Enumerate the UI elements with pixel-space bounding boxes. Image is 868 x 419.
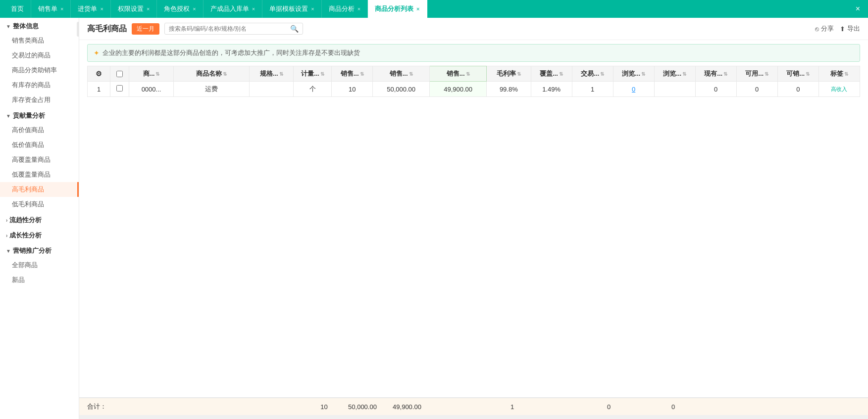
nav-tab-sales[interactable]: 销售单 ×	[31, 0, 71, 18]
footer-sales-qty: 10	[308, 403, 340, 411]
cell-checkbox[interactable]	[110, 82, 129, 97]
nav-tab-purchase[interactable]: 进货单 ×	[71, 0, 110, 18]
sort-name-icon: ⇅	[223, 71, 227, 77]
sidebar: « ▼ 整体信息 销售类商品 交易过的商品 商品分类助销率 有库存的商品 库存资…	[0, 18, 79, 419]
col-header-checkbox[interactable]	[110, 66, 129, 82]
sidebar-group-trend[interactable]: › 流趋性分析	[0, 212, 79, 227]
col-header-spec[interactable]: 规格... ⇅	[250, 66, 294, 82]
close-purchase-tab[interactable]: ×	[100, 6, 103, 12]
col-header-sales-qty[interactable]: 销售... ⇅	[332, 66, 373, 82]
col-header-sell[interactable]: 可销... ⇅	[777, 66, 818, 82]
sort-trans-icon: ⇅	[600, 71, 604, 77]
table-header-row: ⚙ 商... ⇅ 商品名称	[88, 66, 860, 82]
header-actions: ⎋ 分享 ⬆ 导出	[815, 24, 860, 33]
col-header-name[interactable]: 商品名称 ⇅	[173, 66, 249, 82]
close-product-in-tab[interactable]: ×	[252, 6, 255, 12]
search-input[interactable]	[169, 25, 288, 32]
sort-sales-amt-icon: ⇅	[409, 71, 413, 77]
info-icon: ✦	[94, 49, 100, 57]
arrow-trend-icon: ›	[6, 218, 7, 223]
sidebar-item-stock-capital[interactable]: 库存资金占用	[0, 93, 79, 107]
sidebar-group-marketing[interactable]: ▼ 营销推广分析	[0, 242, 79, 258]
cell-browse2	[654, 82, 695, 97]
close-analysis-tab[interactable]: ×	[357, 6, 360, 12]
sidebar-item-new-goods[interactable]: 新品	[0, 273, 79, 287]
col-header-settings[interactable]: ⚙	[88, 66, 110, 82]
sidebar-group-growth[interactable]: › 成长性分析	[0, 227, 79, 242]
close-permission-tab[interactable]: ×	[147, 6, 150, 12]
col-header-browse1[interactable]: 浏览... ⇅	[613, 66, 654, 82]
cell-gross-rate: 99.8%	[487, 82, 531, 97]
col-header-stock1[interactable]: 现有... ⇅	[695, 66, 736, 82]
search-box: 🔍	[164, 23, 303, 35]
sidebar-item-low-value[interactable]: 低价值商品	[0, 138, 79, 152]
nav-tab-home[interactable]: 首页	[4, 0, 31, 18]
col-header-cover[interactable]: 覆盖... ⇅	[531, 66, 572, 82]
col-header-trans[interactable]: 交易... ⇅	[572, 66, 613, 82]
nav-tab-permission[interactable]: 权限设置 ×	[111, 0, 157, 18]
col-header-code[interactable]: 商... ⇅	[129, 66, 173, 82]
col-header-sales-profit[interactable]: 销售... ⇅	[430, 66, 487, 82]
nav-tab-role[interactable]: 角色授权 ×	[157, 0, 203, 18]
footer-empty3	[150, 403, 184, 411]
content-area: 高毛利商品 近一月 🔍 ⎋ 分享 ⬆ 导出 ✦ 企业的主要的利润都是这部分商品创…	[79, 18, 868, 419]
col-header-stock2[interactable]: 可用... ⇅	[736, 66, 777, 82]
cell-sell: 0	[777, 82, 818, 97]
col-header-sales-amt[interactable]: 销售... ⇅	[373, 66, 430, 82]
cell-browse1[interactable]: 0	[613, 82, 654, 97]
col-header-gross-rate[interactable]: 毛利率 ⇅	[487, 66, 531, 82]
footer-empty1	[117, 403, 135, 411]
sort-gross-rate-icon: ⇅	[517, 71, 521, 77]
close-template-tab[interactable]: ×	[311, 6, 314, 12]
sidebar-group-contribution[interactable]: ▼ 贡献量分析	[0, 107, 79, 123]
arrow-growth-icon: ›	[6, 233, 7, 238]
footer-empty11	[625, 403, 657, 411]
footer-label: 合计：	[87, 402, 117, 411]
filter-recent-month-button[interactable]: 近一月	[132, 23, 159, 35]
close-sales-tab[interactable]: ×	[60, 6, 63, 12]
cell-num: 1	[88, 82, 110, 97]
sidebar-item-all-goods[interactable]: 全部商品	[0, 258, 79, 273]
col-header-unit[interactable]: 计量... ⇅	[294, 66, 332, 82]
sidebar-item-high-margin[interactable]: 高毛利商品	[0, 182, 79, 197]
close-role-tab[interactable]: ×	[193, 6, 196, 12]
nav-tab-product-in[interactable]: 产成品入库单 ×	[204, 0, 262, 18]
cell-sales-qty: 10	[332, 82, 373, 97]
footer-empty7	[429, 403, 464, 411]
footer-empty4	[184, 403, 244, 411]
footer-trans: 1	[496, 403, 528, 411]
footer-empty9	[528, 403, 561, 411]
table-row: 1 0000... 运费 个 10 50,000.00 49,900.00 99…	[88, 82, 860, 97]
nav-tab-template[interactable]: 单据模板设置 ×	[262, 0, 321, 18]
cell-name: 运费	[173, 82, 249, 97]
top-nav: 首页 销售单 × 进货单 × 权限设置 × 角色授权 × 产成品入库单 × 单据…	[0, 0, 868, 18]
cell-spec	[250, 82, 294, 97]
cell-sales-profit: 49,900.00	[430, 82, 487, 97]
sidebar-item-stocked-goods[interactable]: 有库存的商品	[0, 78, 79, 93]
close-all-button[interactable]: ×	[852, 4, 864, 13]
sidebar-item-traded-goods[interactable]: 交易过的商品	[0, 48, 79, 63]
arrow-overall-icon: ▼	[6, 24, 11, 29]
sidebar-item-category-rate[interactable]: 商品分类助销率	[0, 63, 79, 78]
arrow-contribution-icon: ▼	[6, 113, 11, 119]
page-title: 高毛利商品	[87, 24, 127, 34]
col-header-browse2[interactable]: 浏览... ⇅	[654, 66, 695, 82]
sidebar-item-sales-goods[interactable]: 销售类商品	[0, 33, 79, 48]
export-button[interactable]: ⬆ 导出	[840, 24, 860, 33]
row-checkbox[interactable]	[116, 85, 123, 92]
sidebar-item-high-value[interactable]: 高价值商品	[0, 123, 79, 138]
nav-tab-analysis[interactable]: 商品分析 ×	[322, 0, 368, 18]
sidebar-collapse-button[interactable]: «	[77, 22, 79, 37]
sidebar-group-overall[interactable]: ▼ 整体信息	[0, 18, 79, 33]
col-header-tag[interactable]: 标签 ⇅	[818, 66, 860, 82]
sidebar-item-high-cover[interactable]: 高覆盖量商品	[0, 152, 79, 167]
close-analysis-list-tab[interactable]: ×	[416, 6, 419, 12]
select-all-checkbox[interactable]	[116, 71, 123, 77]
horizontal-scrollbar[interactable]	[79, 415, 868, 419]
nav-tab-analysis-list[interactable]: 商品分析列表 ×	[368, 0, 427, 18]
table-container: ⚙ 商... ⇅ 商品名称	[87, 66, 860, 397]
sidebar-item-low-margin[interactable]: 低毛利商品	[0, 197, 79, 212]
share-button[interactable]: ⎋ 分享	[815, 24, 834, 33]
sidebar-item-low-cover[interactable]: 低覆盖量商品	[0, 167, 79, 182]
search-icon[interactable]: 🔍	[290, 25, 299, 33]
